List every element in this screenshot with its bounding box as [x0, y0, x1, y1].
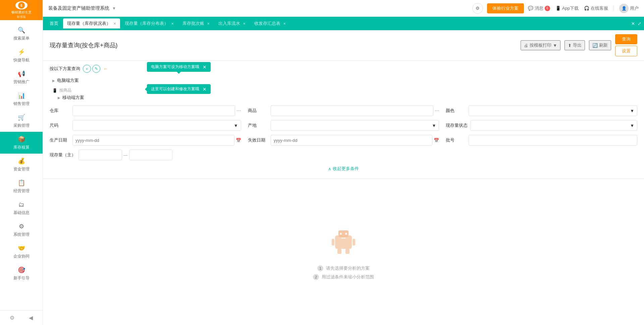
product-label: 商品 [248, 108, 268, 114]
tab-in-out-flow[interactable]: 出入库流水✕ [214, 18, 250, 29]
sidebar-label-search: 搜索菜单 [13, 36, 30, 41]
enterprise-icon: 🤝 [17, 244, 25, 252]
print-button[interactable]: 🖨 按模板打印 ▼ [521, 40, 560, 50]
svg-rect-8 [353, 239, 355, 246]
online-service-button[interactable]: 🎧 在线客服 [584, 5, 608, 11]
header-divider [613, 6, 614, 11]
filter-fields: 仓库 ··· 商品 [50, 105, 637, 160]
add-scheme-button[interactable]: ＋ [83, 65, 91, 73]
gear-button[interactable]: ⚙ [472, 3, 483, 14]
svg-rect-9 [337, 249, 341, 254]
tooltip2-close[interactable]: ✕ [203, 87, 207, 92]
production-date-calendar-icon[interactable]: 📅 [236, 138, 241, 143]
tab-label-inventory-dist: 现存量（库存分布表） [125, 20, 168, 26]
filter-label: 按以下方案查询 [50, 66, 80, 72]
sidebar-item-sales[interactable]: 📊 销售管理 [0, 88, 43, 110]
collapse-sidebar-icon[interactable]: ◀ [29, 315, 33, 321]
svg-rect-10 [345, 249, 350, 254]
inventory-main-min-input[interactable] [78, 150, 122, 160]
tab-close-batch-ledger[interactable]: ✕ [207, 22, 210, 25]
tab-close-all-icon[interactable]: ✕ [631, 21, 635, 26]
tab-maximize-icon[interactable]: ⤢ [638, 21, 641, 26]
sidebar-item-enterprise[interactable]: 🤝 企业协同 [0, 241, 43, 263]
edit-scheme-button[interactable]: ✎ [92, 65, 100, 73]
tooltip-scheme-mobile: 电脑方案可设为移动方案哦 ✕ [147, 62, 211, 72]
phone-icon: 📱 [555, 6, 561, 11]
inventory-status-select[interactable]: ▼ [470, 120, 637, 131]
svg-point-4 [340, 233, 342, 235]
sidebar-item-purchase[interactable]: 🛒 采购管理 [0, 110, 43, 132]
expiry-date-input[interactable] [271, 135, 433, 146]
sidebar-item-search[interactable]: 🔍 搜索菜单 [0, 23, 43, 45]
search-icon: 🔍 [17, 26, 25, 34]
origin-select[interactable]: ▼ [271, 120, 439, 131]
scheme-arrow-button[interactable]: ← [102, 65, 110, 73]
filter-color: 颜色 ▼ [446, 105, 637, 116]
tab-close-collection-summary[interactable]: ✕ [283, 22, 286, 25]
query-button[interactable]: 查询 [615, 34, 637, 44]
setup-button[interactable]: 设置 [615, 46, 637, 56]
scheme-mobile-tree: 📱 按商品 ▶ 移动端方案 [52, 87, 637, 101]
sidebar-item-marketing[interactable]: 📢 营销推广 [0, 66, 43, 88]
scheme-desktop[interactable]: ▶ 电脑端方案 [52, 77, 637, 84]
inventory-main-max-input[interactable] [129, 150, 173, 160]
product-more-icon[interactable]: ··· [435, 108, 439, 114]
tab-home[interactable]: 首页 [46, 18, 62, 29]
production-date-label: 生产日期 [50, 137, 70, 143]
filter-row-2: 尺码 ▼ 产地 ▼ [50, 120, 637, 131]
main-content: 装备及固定资产辅助管理系统 ▼ ⚙ 体验行业方案 💬 消息 6 📱 App下载 … [43, 0, 644, 325]
tab-close-inventory-dist[interactable]: ✕ [171, 22, 174, 25]
size-select[interactable]: ▼ [72, 120, 241, 131]
tab-inventory-status[interactable]: 现存量（库存状况表）✕ [63, 18, 120, 29]
scheme-mobile[interactable]: ▶ 移动端方案 [58, 94, 637, 101]
sidebar-item-inventory[interactable]: 📦 库存核算 [0, 132, 43, 154]
tab-collection-summary[interactable]: 收发存汇总表✕ [250, 18, 290, 29]
app-name: 畅销通好生意 [11, 10, 32, 15]
tab-bar: 首页现存量（库存状况表）✕现存量（库存分布表）✕库存批次账✕出入库流水✕收发存汇… [43, 17, 644, 30]
tooltip1-close[interactable]: ✕ [203, 64, 207, 70]
sidebar-item-guide[interactable]: 🎯 新手引导 [0, 263, 43, 284]
collapse-button[interactable]: ∧ 收起更多条件 [50, 163, 637, 174]
expiry-date-label: 失效日期 [248, 137, 268, 143]
filter-row-1: 仓库 ··· 商品 [50, 105, 637, 116]
sidebar: 6 畅销通好生意 标准版 🔍 搜索菜单 ⚡ 快捷导航 📢 营销推广 📊 销售管理… [0, 0, 43, 325]
settings-icon[interactable]: ⚙ [10, 315, 14, 321]
tooltip-scheme-create: 这里可以创建和修改方案哦 ✕ [147, 84, 211, 94]
print-dropdown-arrow: ▼ [553, 43, 557, 48]
svg-point-5 [345, 233, 347, 235]
tip-1-num: 1 [317, 265, 323, 271]
guide-icon: 🎯 [17, 266, 25, 274]
industry-button[interactable]: 体验行业方案 [487, 3, 524, 13]
sidebar-item-finance[interactable]: 💰 资金管理 [0, 154, 43, 175]
filter-size: 尺码 ▼ [50, 120, 241, 131]
sidebar-item-basic[interactable]: 🗂 基础信息 [0, 197, 43, 219]
tab-close-in-out-flow[interactable]: ✕ [243, 22, 246, 25]
message-button[interactable]: 💬 消息 6 [528, 5, 550, 11]
production-date-input[interactable] [72, 135, 234, 146]
app-download-button[interactable]: 📱 App下载 [555, 5, 579, 11]
expiry-date-input-wrap: 📅 [271, 135, 439, 146]
tab-batch-ledger[interactable]: 库存批次账✕ [178, 18, 214, 29]
sidebar-item-operations[interactable]: 📋 经营管理 [0, 175, 43, 197]
sidebar-item-system[interactable]: ⚙ 系统管理 [0, 219, 43, 241]
app-logo: 6 畅销通好生意 标准版 [0, 0, 43, 20]
origin-label: 产地 [248, 122, 268, 128]
range-separator: — [123, 153, 128, 158]
warehouse-select[interactable] [72, 105, 235, 116]
product-select[interactable] [271, 105, 433, 116]
system-dropdown-arrow[interactable]: ▼ [112, 6, 116, 11]
warehouse-more-icon[interactable]: ··· [236, 108, 241, 114]
sidebar-item-quick[interactable]: ⚡ 快捷导航 [0, 45, 43, 66]
batch-no-input[interactable] [469, 135, 637, 146]
empty-tip-1: 1 请先选择要分析的方案 [317, 265, 370, 271]
expiry-date-calendar-icon[interactable]: 📅 [434, 138, 439, 143]
refresh-button[interactable]: 🔄 刷新 [589, 40, 611, 50]
user-menu[interactable]: 👤 用户 [619, 4, 639, 13]
tab-label-in-out-flow: 出入库流水 [218, 20, 240, 26]
color-select[interactable]: ▼ [469, 105, 637, 116]
tab-inventory-dist[interactable]: 现存量（库存分布表）✕ [121, 18, 178, 29]
svg-rect-2 [335, 235, 352, 249]
collapse-icon: ∧ [328, 166, 331, 171]
export-button[interactable]: ⬆ 导出 [565, 40, 585, 50]
tab-close-inventory-status[interactable]: ✕ [113, 22, 116, 25]
